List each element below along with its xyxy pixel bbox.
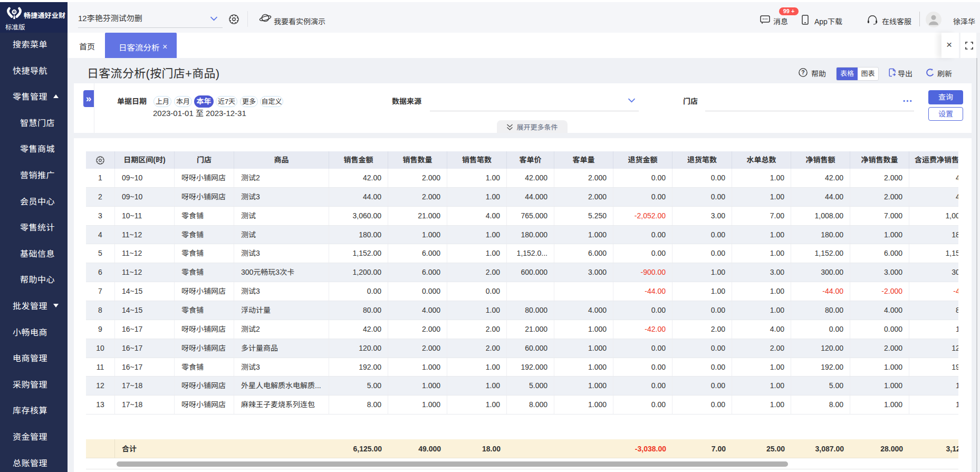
svg-text:?: ? bbox=[801, 69, 804, 75]
